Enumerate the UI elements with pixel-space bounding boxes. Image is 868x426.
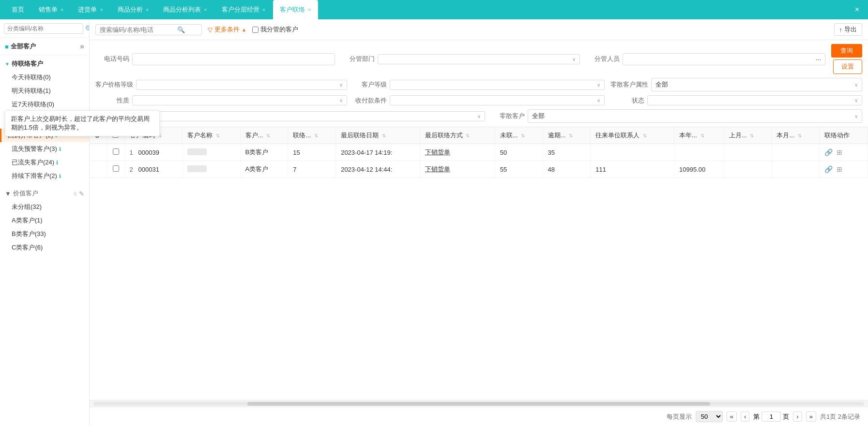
row-last-method[interactable]: 下销货单	[420, 161, 495, 178]
sidebar-collapse-button[interactable]: »	[80, 42, 84, 51]
row-last-month	[724, 161, 772, 178]
info-icon[interactable]: ℹ	[59, 146, 61, 152]
sidebar-item-churn-warning[interactable]: 流失预警客户(3) ℹ	[0, 142, 89, 156]
row-this-year	[674, 144, 724, 161]
sidebar-item-a-class[interactable]: A类客户(1)	[0, 214, 89, 227]
next-page-button[interactable]: ›	[793, 411, 802, 422]
settings-button[interactable]: 设置	[833, 59, 862, 74]
sidebar-item-tomorrow[interactable]: 明天待联络(1)	[0, 84, 89, 98]
export-icon: ↑	[839, 26, 843, 33]
th-overdue[interactable]: 逾期... ⇅	[543, 127, 591, 144]
last-method-link[interactable]: 下销货单	[425, 165, 450, 173]
my-customers-checkbox-label[interactable]: 我分管的客户	[252, 25, 298, 34]
filter-phone: 电话号码	[95, 53, 335, 65]
export-button[interactable]: ↑ 导出	[834, 23, 863, 36]
sidebar-item-ungrouped[interactable]: 未分组(32)	[0, 200, 89, 214]
row-settings[interactable]	[90, 161, 107, 178]
filter-dept-select[interactable]: ∨	[378, 54, 580, 64]
filter-phone-input[interactable]	[132, 53, 335, 65]
per-page-select[interactable]: 50 20 100	[696, 411, 723, 422]
sidebar-item-7days[interactable]: 近7天待联络(0)	[0, 98, 89, 111]
filter-retail-attr-select[interactable]: 全部 ∨	[651, 78, 862, 91]
link-action-icon[interactable]: 🔗	[824, 148, 833, 156]
window-close-button[interactable]: ×	[851, 5, 863, 14]
filter-manager-select[interactable]: ···	[623, 53, 825, 65]
filter-more-button[interactable]: ▽ 更多条件 ▲	[208, 25, 246, 34]
grid-action-icon[interactable]: ⊞	[837, 148, 842, 156]
search-input[interactable]	[100, 26, 177, 33]
row-actions: 🔗 ⊞	[820, 144, 868, 161]
nav-tab-product-analysis-list[interactable]: 商品分析列表 ×	[156, 0, 213, 19]
edit-group-icon[interactable]: ✎	[79, 190, 84, 197]
th-contact-count[interactable]: 联络... ⇅	[288, 127, 336, 144]
info-icon[interactable]: ℹ	[59, 173, 61, 179]
chevron-down-icon: ∨	[854, 114, 858, 119]
sidebar-item-churned[interactable]: 已流失客户(24) ℹ	[0, 156, 89, 169]
filter-status-select[interactable]: ∨	[647, 95, 862, 105]
filter-retail-customer-select[interactable]: 全部 ∨	[528, 109, 862, 123]
bottom-scrollbar[interactable]	[90, 400, 868, 407]
sidebar-item-c-class[interactable]: C类客户(6)	[0, 241, 89, 254]
nav-tab-customer-segmentation[interactable]: 客户分层经营 ×	[215, 0, 272, 19]
add-group-icon[interactable]: ○	[73, 190, 77, 197]
sidebar-item-today[interactable]: 今天待联络(0)	[0, 71, 89, 84]
filter-price-level-select[interactable]: ∨	[136, 80, 347, 90]
nav-tab-customer-contact[interactable]: 客户联络 ×	[273, 0, 318, 19]
th-this-year[interactable]: 本年... ⇅	[674, 127, 724, 144]
nav-tab-home[interactable]: 首页	[5, 0, 31, 19]
nav-tab-sales[interactable]: 销售单 ×	[32, 0, 70, 19]
close-icon[interactable]: ×	[204, 7, 207, 13]
first-page-button[interactable]: «	[727, 411, 737, 422]
filter-customer-type-select[interactable]: ∨	[151, 111, 486, 121]
row-checkbox	[107, 144, 124, 161]
sidebar-item-declining[interactable]: 持续下滑客户(2) ℹ	[0, 169, 89, 183]
th-last-date[interactable]: 最后联络日期 ⇅	[336, 127, 420, 144]
sidebar-value-title[interactable]: ▼ 价值客户 ○ ✎	[0, 187, 89, 200]
th-this-month[interactable]: 本月... ⇅	[772, 127, 820, 144]
th-last-method[interactable]: 最后联络方式 ⇅	[420, 127, 495, 144]
close-icon[interactable]: ×	[262, 7, 265, 13]
my-customers-checkbox[interactable]	[252, 27, 259, 33]
close-icon[interactable]: ×	[100, 7, 103, 13]
close-icon[interactable]: ×	[61, 7, 63, 13]
info-icon[interactable]: ℹ	[56, 160, 58, 166]
filter-customer-level-label: 客户等级	[353, 80, 387, 89]
th-unlink-days[interactable]: 未联... ⇅	[495, 127, 543, 144]
table-row: 1 000039 B类客户 15 2023-04-17 14:19: 下销货单 …	[90, 144, 868, 161]
row-checkbox	[107, 161, 124, 178]
more-dots-icon: ···	[816, 56, 821, 63]
last-page-button[interactable]: »	[806, 411, 816, 422]
row-select-checkbox[interactable]	[113, 165, 119, 172]
last-method-link[interactable]: 下销货单	[425, 148, 450, 156]
row-last-method[interactable]: 下销货单	[420, 144, 495, 161]
filter-payment-select[interactable]: ∨	[390, 95, 605, 105]
prev-page-button[interactable]: ‹	[741, 411, 749, 422]
row-unlink-days: 55	[495, 161, 543, 178]
sidebar-search-icon[interactable]: 🔍	[85, 25, 90, 32]
query-button[interactable]: 查询	[831, 44, 862, 58]
sidebar-item-b-class[interactable]: B类客户(33)	[0, 227, 89, 241]
sort-icon: ⇅	[643, 133, 647, 138]
page-number-input[interactable]	[761, 411, 781, 422]
filter-nature-select[interactable]: ∨	[132, 95, 347, 105]
sort-icon: ⇅	[266, 133, 270, 138]
nav-tab-purchase[interactable]: 进货单 ×	[71, 0, 109, 19]
row-overdue: 35	[543, 144, 591, 161]
nav-tab-product-analysis[interactable]: 商品分析 ×	[111, 0, 155, 19]
sidebar-pending-title[interactable]: ▼ 待联络客户	[0, 57, 89, 71]
th-type[interactable]: 客户... ⇅	[240, 127, 288, 144]
close-icon[interactable]: ×	[146, 7, 149, 13]
filter-customer-type: 客户类型 ∨	[114, 111, 486, 121]
th-name[interactable]: 客户名称 ⇅	[183, 127, 241, 144]
th-contacts[interactable]: 往来单位联系人 ⇅	[591, 127, 674, 144]
search-icon[interactable]: 🔍	[177, 26, 185, 33]
sidebar-search-input[interactable]	[4, 23, 83, 34]
close-icon[interactable]: ×	[308, 7, 311, 13]
scrollbar-thumb[interactable]	[247, 402, 710, 406]
filter-customer-level-select[interactable]: ∨	[390, 80, 605, 90]
link-action-icon[interactable]: 🔗	[824, 165, 833, 173]
row-select-checkbox[interactable]	[113, 148, 119, 155]
row-settings[interactable]	[90, 144, 107, 161]
th-last-month[interactable]: 上月... ⇅	[724, 127, 772, 144]
grid-action-icon[interactable]: ⊞	[837, 165, 842, 173]
